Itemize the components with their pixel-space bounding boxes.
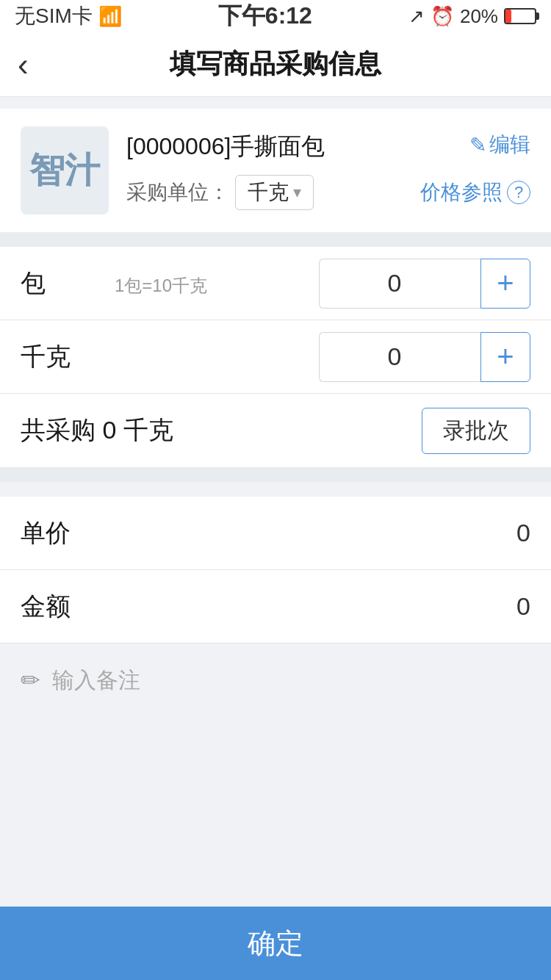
unit-value: 千克 <box>248 179 289 206</box>
product-thumbnail: 智汁 <box>21 126 109 215</box>
edit-icon: ✎ <box>469 133 486 157</box>
product-thumb-text: 智汁 <box>29 153 100 188</box>
unit-price-row: 单价 0 <box>0 497 551 570</box>
status-right: ↗ ⏰ 20% <box>408 5 536 28</box>
price-ref-label: 价格参照 <box>420 179 503 206</box>
amount-row: 金额 0 <box>0 570 551 644</box>
alarm-icon: ⏰ <box>431 5 454 28</box>
product-info: [0000006]手撕面包 ✎ 编辑 采购单位： 千克 ▾ 价格参照 ? <box>126 131 530 210</box>
price-section: 单价 0 金额 0 <box>0 497 551 644</box>
wifi-icon: 📶 <box>98 5 122 28</box>
status-left: 无SIM卡 📶 <box>15 2 122 30</box>
amount-value: 0 <box>516 592 530 621</box>
product-name: [0000006]手撕面包 <box>126 131 469 163</box>
kg-plus-button[interactable]: + <box>480 332 530 382</box>
confirm-button[interactable]: 确定 <box>0 907 551 980</box>
summary-text: 共采购 0 千克 <box>21 414 173 447</box>
kg-input-row: 千克 + <box>0 320 551 394</box>
amount-label: 金额 <box>21 590 71 624</box>
product-name-row: [0000006]手撕面包 ✎ 编辑 <box>126 131 530 163</box>
bag-plus-button[interactable]: + <box>480 259 530 309</box>
battery-indicator <box>504 8 536 24</box>
status-time: 下午6:12 <box>218 0 312 32</box>
product-unit-row: 采购单位： 千克 ▾ 价格参照 ? <box>126 175 530 210</box>
kg-label: 千克 <box>21 340 109 374</box>
batch-button[interactable]: 录批次 <box>422 408 530 454</box>
edit-button[interactable]: ✎ 编辑 <box>469 131 530 159</box>
section-divider-2 <box>0 467 551 482</box>
remark-placeholder: 输入备注 <box>52 666 140 696</box>
carrier-text: 无SIM卡 <box>15 2 93 30</box>
bag-sub-label: 1包=10千克 <box>115 274 207 298</box>
unit-price-label: 单价 <box>21 516 71 550</box>
bag-input-row: 包 1包=10千克 + <box>0 247 551 320</box>
back-button[interactable]: ‹ <box>18 46 29 83</box>
pencil-icon: ✏ <box>21 666 40 694</box>
kg-quantity-input[interactable] <box>319 332 480 382</box>
edit-label: 编辑 <box>489 131 530 159</box>
battery-text: 20% <box>460 5 498 28</box>
remark-section[interactable]: ✏ 输入备注 <box>0 644 551 717</box>
nav-bar: ‹ 填写商品采购信息 <box>0 32 551 97</box>
bag-input-right: + <box>319 259 530 309</box>
bag-label: 包 <box>21 267 109 300</box>
unit-label: 采购单位： <box>126 179 229 206</box>
input-section: 包 1包=10千克 + 千克 + <box>0 247 551 394</box>
kg-input-right: + <box>319 332 530 382</box>
page-title: 填写商品采购信息 <box>170 46 381 82</box>
price-ref-button[interactable]: 价格参照 ? <box>420 179 530 206</box>
location-icon: ↗ <box>408 5 425 28</box>
summary-row: 共采购 0 千克 录批次 <box>0 394 551 467</box>
bag-quantity-input[interactable] <box>319 259 480 309</box>
unit-select[interactable]: 千克 ▾ <box>235 175 314 210</box>
status-bar: 无SIM卡 📶 下午6:12 ↗ ⏰ 20% <box>0 0 551 32</box>
help-icon: ? <box>507 181 530 204</box>
chevron-down-icon: ▾ <box>293 183 301 202</box>
unit-price-value: 0 <box>516 519 530 547</box>
product-card: 智汁 [0000006]手撕面包 ✎ 编辑 采购单位： 千克 ▾ 价格参照 ? <box>0 109 551 232</box>
section-divider-1 <box>0 232 551 247</box>
